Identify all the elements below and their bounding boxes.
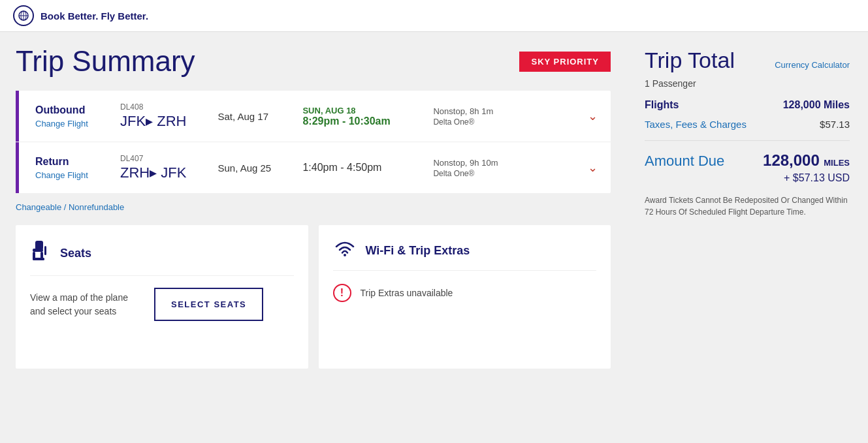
return-flight-info: DL407 ZRH▸ JFK (114, 154, 202, 181)
seats-card: Seats View a map of the plane and select… (16, 225, 308, 369)
return-nonstop: Nonstop, 9h 10m (433, 158, 588, 168)
select-seats-button[interactable]: SELECT SEATS (154, 288, 263, 321)
outbound-flight-info: DL408 JFK▸ ZRH (114, 102, 202, 130)
return-flight-row: Return Change Flight DL407 ZRH▸ JFK Sun,… (16, 142, 611, 193)
trip-extras-text: Trip Extras unavailable (361, 288, 453, 298)
seats-card-body: View a map of the plane and select your … (30, 288, 294, 321)
outbound-flight-number: DL408 (120, 102, 202, 112)
svg-rect-4 (35, 241, 43, 250)
top-bar: Book Better. Fly Better. (0, 0, 868, 32)
flights-label: Flights (645, 99, 679, 111)
page-title: Trip Summary (16, 45, 195, 78)
return-type-label: Return (35, 156, 114, 168)
svg-rect-5 (33, 249, 43, 252)
sky-priority-badge: SKY PRIORITY (519, 52, 611, 72)
wifi-icon (333, 239, 357, 262)
amount-due-label: Amount Due (645, 153, 724, 170)
trip-total-header: Trip Total Currency Calculator (645, 48, 850, 73)
seat-icon (30, 239, 51, 267)
plus-usd: + $57.13 USD (763, 172, 850, 184)
taxes-cost-row: Taxes, Fees & Charges $57.13 (645, 119, 850, 141)
passenger-count: 1 Passenger (645, 78, 850, 89)
outbound-expand-button[interactable]: ⌄ (588, 109, 598, 123)
seats-card-title: Seats (60, 247, 91, 260)
return-expand-button[interactable]: ⌄ (588, 160, 598, 175)
flights-cost-row: Flights 128,000 Miles (645, 99, 850, 111)
accent-bar-return (16, 142, 19, 193)
outbound-meta: Nonstop, 8h 1m Delta One® (433, 106, 588, 127)
seats-description: View a map of the plane and select your … (30, 291, 135, 318)
trip-extras-unavailable-icon: ! (333, 284, 351, 302)
return-type-col: Return Change Flight (29, 156, 114, 180)
currency-calculator-link[interactable]: Currency Calculator (775, 60, 850, 70)
return-change-flight-link[interactable]: Change Flight (35, 170, 114, 180)
logo-circle (13, 5, 34, 26)
accent-bar (16, 91, 19, 142)
outbound-type-col: Outbound Change Flight (29, 104, 114, 129)
award-note: Award Tickets Cannot Be Redeposited Or C… (645, 194, 850, 218)
return-meta: Nonstop, 9h 10m Delta One® (433, 158, 588, 178)
wifi-card: Wi-Fi & Trip Extras ! Trip Extras unavai… (319, 225, 611, 369)
outbound-route: JFK▸ ZRH (120, 113, 186, 130)
trip-total-title: Trip Total (645, 48, 735, 73)
miles-value: 128,000 (763, 151, 820, 169)
flights-container: Outbound Change Flight DL408 JFK▸ ZRH Sa… (16, 91, 611, 193)
amount-due-row: Amount Due 128,000 MILES + $57.13 USD (645, 151, 850, 184)
taxes-label: Taxes, Fees & Charges (645, 119, 747, 130)
outbound-type-label: Outbound (35, 104, 114, 116)
amount-due-value: 128,000 MILES + $57.13 USD (763, 151, 850, 184)
wifi-card-title: Wi-Fi & Trip Extras (366, 244, 470, 258)
seats-card-header: Seats (30, 239, 294, 276)
outbound-change-flight-link[interactable]: Change Flight (35, 119, 114, 129)
right-panel: Trip Total Currency Calculator 1 Passeng… (626, 32, 868, 382)
miles-unit: MILES (824, 158, 850, 168)
changeable-note: Changeable / Nonrefundable (16, 202, 611, 212)
outbound-flight-row: Outbound Change Flight DL408 JFK▸ ZRH Sa… (16, 91, 611, 142)
cards-row: Seats View a map of the plane and select… (16, 225, 611, 369)
svg-rect-9 (44, 246, 46, 255)
return-route: ZRH▸ JFK (120, 164, 186, 181)
outbound-cabin: Delta One® (433, 117, 588, 127)
wifi-card-header: Wi-Fi & Trip Extras (333, 239, 597, 271)
logo-text: Book Better. Fly Better. (40, 10, 148, 22)
return-flight-number: DL407 (120, 154, 202, 163)
taxes-value: $57.13 (820, 119, 850, 130)
return-date: Sun, Aug 25 (217, 162, 283, 174)
svg-rect-8 (33, 258, 44, 260)
flights-value: 128,000 Miles (783, 99, 850, 111)
return-time: 1:40pm - 4:50pm (302, 162, 413, 174)
outbound-date: Sat, Aug 17 (217, 111, 283, 122)
miles-display: 128,000 MILES (763, 151, 850, 170)
return-cabin: Delta One® (433, 169, 588, 178)
outbound-time-date: SUN, AUG 18 8:29pm - 10:30am (302, 106, 413, 127)
outbound-nonstop: Nonstop, 8h 1m (433, 106, 588, 116)
wifi-card-body: ! Trip Extras unavailable (333, 284, 597, 302)
